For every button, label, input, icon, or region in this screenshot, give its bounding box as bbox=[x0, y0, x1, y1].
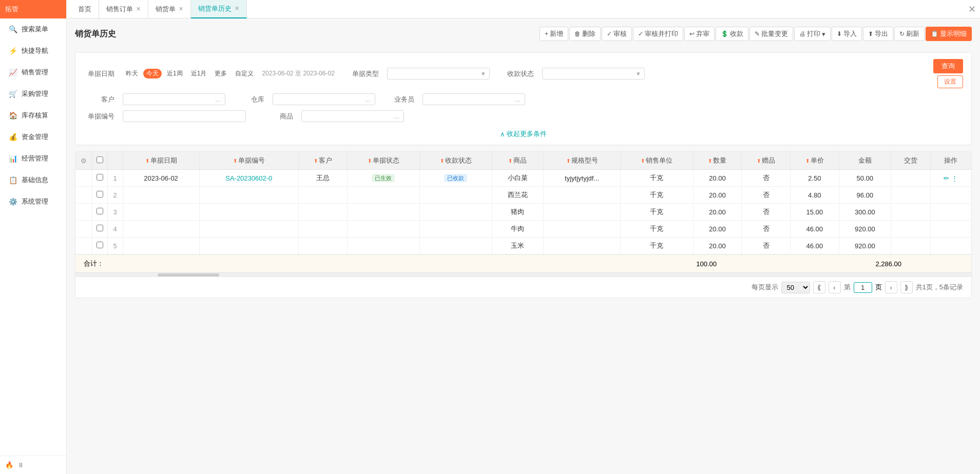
salesperson-input[interactable] bbox=[427, 95, 515, 103]
more-action[interactable]: ⋮ bbox=[951, 174, 958, 182]
sidebar-bottom-icon1[interactable]: 🔥 bbox=[5, 461, 13, 469]
col-gift[interactable]: ⬆赠品 bbox=[742, 152, 791, 170]
col-customer[interactable]: ⬆客户 bbox=[298, 152, 347, 170]
first-page-button[interactable]: ⟪ bbox=[813, 281, 825, 293]
sidebar-item-purchase-mgmt[interactable]: 🛒 采购管理 bbox=[0, 83, 66, 105]
col-doc-no[interactable]: ⬆单据编号 bbox=[199, 152, 298, 170]
delete-button[interactable]: 🗑 删除 bbox=[569, 27, 601, 41]
btn-label: 弃审 bbox=[696, 29, 709, 38]
cell-product: 玉米 bbox=[492, 238, 543, 254]
cell-doc-no[interactable]: SA-20230602-0 bbox=[199, 170, 298, 187]
cell-checkbox[interactable] bbox=[92, 238, 107, 254]
shortcut-today[interactable]: 今天 bbox=[143, 69, 162, 78]
prev-page-button[interactable]: ‹ bbox=[829, 281, 841, 293]
col-doc-status[interactable]: ⬆单据状态 bbox=[347, 152, 419, 170]
cell-checkbox[interactable] bbox=[92, 170, 107, 187]
customer-input[interactable] bbox=[127, 95, 215, 103]
cell-checkbox[interactable] bbox=[92, 187, 107, 204]
sidebar-item-inventory-calc[interactable]: 🏠 库存核算 bbox=[0, 105, 66, 126]
print-button[interactable]: 🖨 打印 ▾ bbox=[794, 27, 831, 41]
cell-checkbox[interactable] bbox=[92, 221, 107, 238]
current-page-input[interactable] bbox=[854, 282, 872, 293]
sidebar-item-operation-mgmt[interactable]: 📊 经营管理 bbox=[0, 148, 66, 169]
sidebar-item-finance-mgmt[interactable]: 💰 资金管理 bbox=[0, 126, 66, 148]
filter-settings-button[interactable]: 设置 bbox=[937, 75, 963, 88]
cell-qty: 20.00 bbox=[693, 170, 742, 187]
cell-doc-no[interactable] bbox=[199, 187, 298, 204]
row-checkbox[interactable] bbox=[97, 208, 103, 214]
warehouse-dots[interactable]: ... bbox=[365, 95, 371, 103]
shortcut-more[interactable]: 更多 bbox=[212, 69, 230, 78]
refresh-button[interactable]: ↻ 刷新 bbox=[894, 27, 925, 41]
tab-home[interactable]: 首页 bbox=[71, 0, 99, 18]
tab-close-sales-order[interactable]: ✕ bbox=[136, 6, 141, 12]
col-gear[interactable]: ⚙ bbox=[75, 152, 92, 170]
col-price[interactable]: ⬆单价 bbox=[790, 152, 839, 170]
tab-label: 销货单 bbox=[156, 5, 176, 14]
sidebar-item-search-menu[interactable]: 🔍 搜索菜单 bbox=[0, 18, 66, 40]
payment-status-select[interactable]: ▾ bbox=[542, 68, 645, 80]
tab-sales-delivery[interactable]: 销货单 ✕ bbox=[148, 0, 191, 18]
cell-doc-no[interactable] bbox=[199, 221, 298, 238]
doc-type-dropdown-icon: ▾ bbox=[482, 70, 485, 77]
doc-type-select[interactable]: ▾ bbox=[387, 68, 490, 80]
last-page-button[interactable]: ⟫ bbox=[900, 281, 913, 293]
page-size-select[interactable]: 50 100 200 bbox=[781, 282, 810, 293]
select-all-checkbox[interactable] bbox=[97, 156, 103, 163]
row-checkbox[interactable] bbox=[97, 174, 103, 181]
col-doc-date[interactable]: ⬆单据日期 bbox=[123, 152, 199, 170]
row-checkbox[interactable] bbox=[97, 191, 103, 198]
salesperson-dots[interactable]: ... bbox=[515, 95, 521, 103]
sidebar-item-quick-nav[interactable]: ⚡ 快捷导航 bbox=[0, 40, 66, 62]
cell-price: 46.00 bbox=[790, 221, 839, 238]
tab-sales-order[interactable]: 销售订单 ✕ bbox=[99, 0, 148, 18]
col-product[interactable]: ⬆商品 bbox=[492, 152, 543, 170]
horizontal-scrollbar[interactable] bbox=[75, 272, 971, 276]
sidebar-item-sales-mgmt[interactable]: 📈 销售管理 bbox=[0, 62, 66, 83]
audit-print-button[interactable]: ✓ 审核并打印 bbox=[633, 27, 683, 41]
shortcut-custom[interactable]: 自定义 bbox=[232, 69, 257, 78]
tab-close-sales-history[interactable]: ✕ bbox=[235, 5, 239, 12]
shortcut-7days[interactable]: 近1周 bbox=[164, 69, 186, 78]
col-spec[interactable]: ⬆规格型号 bbox=[543, 152, 620, 170]
sidebar-item-basic-info[interactable]: 📋 基础信息 bbox=[0, 169, 66, 191]
cell-doc-status bbox=[347, 238, 419, 254]
gear-icon[interactable]: ⚙ bbox=[81, 157, 87, 165]
warehouse-input[interactable] bbox=[277, 95, 365, 103]
shortcut-1month[interactable]: 近1月 bbox=[188, 69, 210, 78]
cell-doc-no[interactable] bbox=[199, 204, 298, 221]
collect-button[interactable]: 💲 收款 bbox=[716, 27, 748, 41]
collapse-button[interactable]: ∧ 收起更多条件 bbox=[84, 127, 963, 139]
close-all-tabs[interactable]: ✕ bbox=[968, 4, 976, 15]
export-button[interactable]: ⬆ 导出 bbox=[863, 27, 893, 41]
col-checkbox[interactable] bbox=[92, 152, 107, 170]
import-button[interactable]: ⬇ 导入 bbox=[832, 27, 862, 41]
row-checkbox[interactable] bbox=[97, 242, 103, 248]
tab-sales-history[interactable]: 销货单历史 ✕ bbox=[191, 0, 247, 18]
cell-checkbox[interactable] bbox=[92, 204, 107, 221]
cell-unit: 千克 bbox=[621, 187, 693, 204]
product-dots[interactable]: ... bbox=[394, 112, 399, 120]
tab-close-sales-delivery[interactable]: ✕ bbox=[179, 6, 183, 12]
col-unit[interactable]: ⬆销售单位 bbox=[621, 152, 693, 170]
next-page-button[interactable]: › bbox=[885, 281, 897, 293]
query-button[interactable]: 查询 bbox=[933, 59, 963, 73]
audit-button[interactable]: ✓ 审核 bbox=[602, 27, 632, 41]
col-qty[interactable]: ⬆数量 bbox=[693, 152, 742, 170]
doc-no-input[interactable] bbox=[123, 110, 246, 122]
new-button[interactable]: + 新增 bbox=[540, 27, 568, 41]
edit-action[interactable]: ✏ bbox=[944, 174, 949, 182]
abandon-button[interactable]: ↩ 弃审 bbox=[684, 27, 715, 41]
product-input[interactable] bbox=[306, 112, 394, 120]
sidebar-bottom-icon2[interactable]: ⏸ bbox=[17, 461, 24, 469]
sidebar-item-system-mgmt[interactable]: ⚙️ 系统管理 bbox=[0, 191, 66, 212]
batch-change-button[interactable]: ✎ 批量变更 bbox=[750, 27, 793, 41]
customer-dots[interactable]: ... bbox=[215, 95, 221, 103]
show-detail-button[interactable]: 📋 显示明细 bbox=[926, 27, 972, 41]
cell-customer: 王总 bbox=[298, 170, 347, 187]
cell-doc-no[interactable] bbox=[199, 238, 298, 254]
summary-label: 合计： bbox=[84, 259, 104, 268]
shortcut-yesterday[interactable]: 昨天 bbox=[123, 69, 141, 78]
col-payment-status[interactable]: ⬆收款状态 bbox=[419, 152, 492, 170]
row-checkbox[interactable] bbox=[97, 225, 103, 231]
